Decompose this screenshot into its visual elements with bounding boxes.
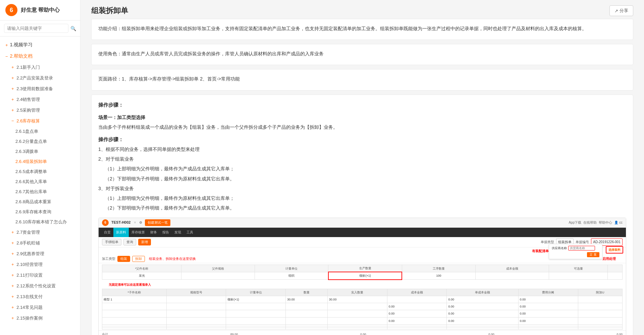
- sidebar-item-2-6-8[interactable]: 2.6.8商品成本重算: [0, 197, 80, 207]
- sidebar-item-2-6-6[interactable]: 2.6.6其他入库单: [0, 177, 80, 187]
- mock-btn-new[interactable]: 新增: [138, 239, 151, 245]
- sidebar-item-2-2[interactable]: + 2.2产品安装及登录: [0, 73, 80, 83]
- sidebar-item-2-9[interactable]: + 2.9优惠券管理: [0, 248, 80, 259]
- sidebar-item-2-6-3[interactable]: 2.6.3调拨单: [0, 147, 80, 157]
- plus-icon: +: [5, 43, 8, 48]
- path-text: 页面路径：1、库存核算->库存管理->组装拆卸单 2、首页->常用功能: [98, 75, 626, 83]
- scenario1-title: 场景一：加工类型选择: [98, 113, 626, 122]
- minus-icon: −: [5, 54, 8, 59]
- mock-lower-td-1-6: 0.00: [447, 303, 518, 310]
- mock-link-help[interactable]: 在线帮助: [583, 220, 597, 226]
- step2b: （2）下部明细为子件明细，最终作为原材料生成其它出库单。: [105, 175, 626, 183]
- mock-nav-home[interactable]: 自贡: [101, 228, 113, 237]
- sidebar-item-2-11[interactable]: + 2.11打印设置: [0, 270, 80, 281]
- mock-lower-th-0: *子件名称: [102, 289, 167, 296]
- mock-nav-reports[interactable]: 报告: [160, 228, 172, 237]
- mock-nav-discover[interactable]: 发现: [172, 228, 184, 237]
- mock-btn-bind[interactable]: 手绑组单: [102, 239, 121, 245]
- mock-lower-td-0-8: [578, 296, 622, 303]
- mock-btn-assemble[interactable]: 组装: [117, 256, 130, 262]
- sidebar-item-1[interactable]: + 1.视频学习: [0, 39, 80, 51]
- sidebar-item-2-6-1[interactable]: 2.6.1盘点单: [0, 126, 80, 136]
- search-box[interactable]: 🔍: [0, 20, 80, 37]
- main-content: 功能介绍：组装拆卸单用来处理企业组装或拆卸等加工业务，支持有固定装配清单的产品加…: [80, 19, 644, 335]
- sidebar-item-2-14[interactable]: + 2.14常见问题: [0, 302, 80, 313]
- mock-btn-query[interactable]: 查询: [123, 239, 136, 245]
- plus-icon: +: [11, 97, 14, 102]
- sidebar-item-2-6-10[interactable]: 2.6.10库存账本错了怎么办: [0, 217, 80, 227]
- mock-lower-td-0-7: 0.00: [518, 296, 578, 303]
- mock-nav-materials[interactable]: 新原料: [113, 228, 129, 237]
- mock-upper-th-4: 工序数量: [402, 265, 475, 272]
- label: 2.10经营管理: [16, 262, 42, 267]
- step3b: （2）下部明细为子件明细，最终作为产成品生成其它入库单。: [105, 204, 626, 212]
- minus-icon: −: [11, 118, 14, 123]
- mock-btn-disassemble[interactable]: 拆卸: [132, 256, 145, 262]
- sidebar-item-2-3[interactable]: + 2.3使用前数据准备: [0, 83, 80, 94]
- mock-link-app[interactable]: App下载: [569, 220, 581, 226]
- plus-icon: +: [11, 65, 14, 70]
- sidebar-item-2-10[interactable]: + 2.10经营管理: [0, 259, 80, 270]
- sidebar-item-2-6-5[interactable]: 2.6.5成本调整单: [0, 167, 80, 177]
- sidebar-item-2-8[interactable]: + 2.8手机旺铺: [0, 238, 80, 248]
- mock-footer-val-4: 0.00: [616, 332, 623, 335]
- sidebar-item-2-15[interactable]: + 2.15操作案例: [0, 313, 80, 324]
- sidebar-item-2-6[interactable]: − 2.6库存核算: [0, 116, 80, 126]
- share-icon: ↗: [614, 8, 618, 13]
- mock-nav-finance[interactable]: 财务: [148, 228, 160, 237]
- mock-lower-th-1: 规格型号: [166, 289, 226, 296]
- search-input[interactable]: [4, 24, 68, 33]
- sidebar-item-2[interactable]: − 2.帮助文档: [0, 51, 80, 62]
- sidebar-item-2-13[interactable]: + 2.13在线支付: [0, 291, 80, 302]
- mock-lower-td-0-0: 模型 1: [102, 296, 167, 303]
- mock-lower-td-0-3: 30.00: [286, 296, 328, 303]
- ops-card: 操作步骤： 场景一：加工类型选择 当由多个子件材料组装成一个成品的业务为【组装】…: [91, 95, 633, 335]
- mock-footer-val-2: 0.00: [360, 332, 366, 335]
- mock-type-label: 加工类型: [102, 256, 115, 262]
- role-card: 使用角色：通常由生产人员或库管人员完成拆装业务的操作，库管人员确认原材料的出库和…: [91, 44, 633, 65]
- mock-nav-inventory[interactable]: 库存核算: [129, 228, 148, 237]
- label: 2.11打印设置: [16, 273, 42, 278]
- mock-nav-tools[interactable]: 工具: [184, 228, 196, 237]
- mock-upper-th-6: 可选量: [549, 265, 607, 272]
- mock-btn-fixed-bom[interactable]: 选择装料: [606, 246, 623, 254]
- label: 2.7资金管理: [16, 230, 40, 235]
- share-label: 分享: [620, 8, 628, 14]
- mock-lower-th-7: 费用分摊: [518, 289, 578, 296]
- mock-upper-td-1: [181, 272, 255, 279]
- sub-sub-list-2-6: 2.6.1盘点单 2.6.2分量盘点单 2.6.3调拨单 2.6.4组装拆卸单 …: [0, 126, 80, 227]
- plus-icon: +: [11, 230, 14, 235]
- mock-upper-td-2: 组织: [255, 272, 328, 279]
- sidebar-item-2-1[interactable]: + 2.1新手入门: [0, 62, 80, 73]
- mock-upper-th-1: 父件规格: [181, 265, 255, 272]
- mock-lower-th-2: 计量单位: [226, 289, 286, 296]
- mock-link-helpcenter[interactable]: 帮助中心: [599, 220, 612, 226]
- mock-upper-td-3[interactable]: 领标(×1): [328, 272, 402, 279]
- screenshot-container: 6 TEST-H002 ▼ ⚙ 创建测试一笔 App下载 在线帮助 帮助中心 👤…: [98, 218, 626, 335]
- share-button[interactable]: ↗ 分享: [609, 5, 633, 16]
- steps-title: 操作步骤：: [98, 135, 626, 144]
- label: 2.5采购管理: [16, 108, 40, 113]
- step3: 3、对于拆装业务: [98, 184, 626, 193]
- sidebar-item-2-7[interactable]: + 2.7资金管理: [0, 227, 80, 238]
- sidebar-item-2-4[interactable]: + 2.4销售管理: [0, 94, 80, 105]
- sidebar-item-2-6-9[interactable]: 2.6.9库存账本查询: [0, 207, 80, 217]
- sidebar-item-2-6-7[interactable]: 2.6.7其他出库单: [0, 187, 80, 197]
- plus-icon: +: [11, 316, 14, 321]
- sidebar-item-2-5[interactable]: + 2.5采购管理: [0, 105, 80, 116]
- mock-lower-table: *子件名称 规格型号 计量单位 数量 实入数量 成本金额 单成本金额 费用分摊 …: [102, 289, 623, 330]
- mock-footer-val-1: 89.00: [230, 332, 238, 335]
- mock-popup-input[interactable]: [568, 246, 595, 250]
- sidebar-item-2-6-2[interactable]: 2.6.2分量盘点单: [0, 136, 80, 147]
- search-icon[interactable]: 🔍: [70, 26, 76, 31]
- sidebar-item-2-6-4[interactable]: 2.6.4组装拆卸单: [0, 157, 80, 167]
- label: 2.6库存核算: [16, 118, 40, 123]
- sidebar-item-2-12[interactable]: + 2.12系统个性化设置: [0, 281, 80, 291]
- mock-popup-confirm-btn[interactable]: 定 案: [587, 252, 599, 257]
- table-row: 模型 1 领标(×1) 30.00 30.00 0.00 0.00: [102, 296, 623, 303]
- label: 2.9优惠券管理: [16, 251, 44, 256]
- mock-new-order-btn[interactable]: 创建测试一笔: [145, 219, 170, 226]
- plus-icon: +: [11, 273, 14, 278]
- mock-lower-td-0-2[interactable]: 领标(×1): [226, 296, 286, 303]
- label: 2.1新手入门: [16, 65, 40, 70]
